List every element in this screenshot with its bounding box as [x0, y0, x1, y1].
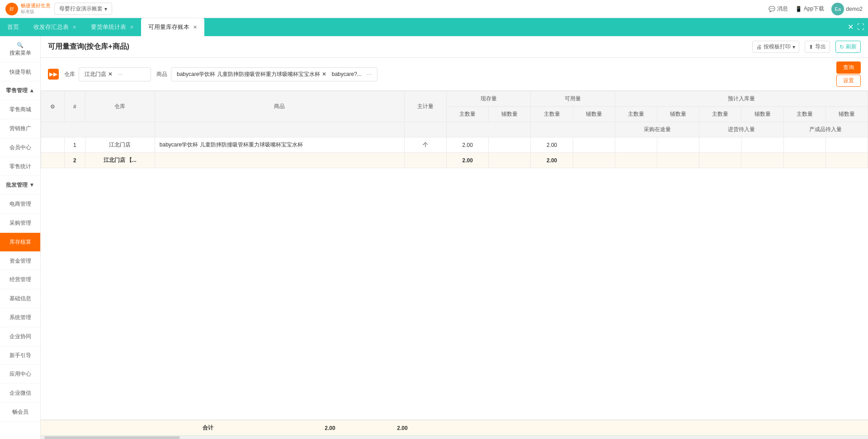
product-tag1-close[interactable]: ✕: [322, 71, 326, 77]
sidebar-item-ops-label: 经营管理: [9, 276, 31, 283]
tab-receive-summary[interactable]: 收发存汇总表 ✕: [26, 18, 84, 36]
tab-bar: 首页 收发存汇总表 ✕ 要货单统计表 ✕ 可用量库存账本 ✕ ✕ ⛶: [0, 18, 868, 36]
product-filter-group: 商品 babycare学饮杯 儿童防摔防撞吸管杯重力球吸嘴杯宝宝水杯 ✕ bab…: [156, 67, 377, 81]
export-icon: ⬆: [809, 44, 813, 50]
tab-home[interactable]: 首页: [0, 18, 26, 36]
user-action[interactable]: Ea demo2: [831, 3, 863, 15]
footer-available-main: 2.00: [384, 425, 420, 431]
sidebar-item-system-mgmt[interactable]: 系统管理: [0, 308, 40, 327]
subtotal-current-aux: [489, 153, 531, 168]
subtotal-available-main: 2.00: [531, 153, 573, 168]
warehouse-tag-close[interactable]: ✕: [108, 71, 113, 77]
chevron-icon: ▲: [29, 87, 35, 94]
cell-purchase-transit-main: [615, 137, 657, 153]
user-initials: Ea: [835, 6, 841, 12]
sidebar-item-new-guide[interactable]: 新手引导: [0, 346, 40, 365]
industry-selector[interactable]: 母婴行业演示账套 ▾: [54, 3, 112, 15]
sidebar-item-retail-store-label: 零售商城: [9, 106, 31, 113]
sidebar-item-marketing[interactable]: 营销推广: [0, 119, 40, 138]
chevron-down-icon2: ▼: [29, 181, 35, 189]
user-name: demo2: [846, 6, 863, 12]
subtotal-purchase-main: [615, 153, 657, 168]
sidebar-item-wholesale-mgmt[interactable]: 批发管理 ▼: [0, 176, 40, 195]
sidebar-item-app-center[interactable]: 应用中心: [0, 365, 40, 384]
col-available-main-header: 主数量: [531, 107, 573, 122]
col-sub-label: [41, 122, 155, 137]
sidebar-item-basic-info[interactable]: 基础信息: [0, 289, 40, 308]
filter-btn-group: 查询 设置: [836, 61, 861, 87]
sidebar-item-retail-stats[interactable]: 零售统计: [0, 157, 40, 176]
cell-current-main: 2.00: [447, 137, 489, 153]
col-available-aux-header: 辅数量: [573, 107, 615, 122]
filter-toggle-btn[interactable]: ▶▶: [48, 69, 59, 80]
col-finished-aux-header: 辅数量: [826, 107, 868, 122]
sidebar-item-purchase[interactable]: 采购管理: [0, 214, 40, 233]
warehouse-filter-input[interactable]: 江北门店 ✕ ···: [79, 67, 151, 81]
refresh-label: 刷新: [846, 43, 857, 51]
cell-finished-aux: [826, 137, 868, 153]
tab-available-stock[interactable]: 可用量库存账本 ✕: [141, 18, 204, 36]
sidebar-item-member-center[interactable]: 会员中心: [0, 138, 40, 157]
download-action[interactable]: 📱 App下载: [795, 5, 824, 13]
subtotal-gear: [41, 153, 65, 168]
main-layout: 🔍 搜索菜单 快捷导航 零售管理 ▲ 零售商城 营销推广 会员中心 零售统计 批…: [0, 36, 868, 439]
top-bar-left: 好 畅捷通好生意 标准版 母婴行业演示账套 ▾: [5, 3, 112, 15]
col-incoming-aux-header: 辅数量: [741, 107, 783, 122]
logo-text: 畅捷通好生意: [21, 3, 51, 9]
cell-incoming-main: [699, 137, 741, 153]
sidebar-quick-nav[interactable]: 快捷导航: [0, 63, 40, 82]
cell-num: 1: [65, 137, 85, 153]
sidebar-item-ecommerce[interactable]: 电商管理: [0, 195, 40, 214]
sidebar-item-ops[interactable]: 经营管理: [0, 270, 40, 289]
refresh-btn[interactable]: ↻ 刷新: [835, 41, 861, 53]
export-label: 导出: [815, 43, 826, 51]
col-gear[interactable]: ⚙: [41, 91, 65, 122]
template-print-btn[interactable]: 🖨 按模板打印 ▾: [752, 41, 799, 53]
tab-order-stats[interactable]: 要货单统计表 ✕: [84, 18, 141, 36]
message-icon: 💬: [769, 6, 775, 12]
settings-btn[interactable]: 设置: [836, 75, 861, 87]
tab-fullscreen-btn[interactable]: ⛶: [857, 24, 864, 31]
page-actions: 🖨 按模板打印 ▾ ⬆ 导出 ↻ 刷新: [752, 41, 861, 53]
tab-available-stock-close[interactable]: ✕: [193, 24, 197, 30]
sidebar-item-retail-stats-label: 零售统计: [9, 163, 31, 170]
sidebar-item-inventory-check-label: 库存核算: [9, 239, 31, 245]
cell-available-main: 2.00: [531, 137, 573, 153]
col-sub-purchase: 采购在途量: [615, 122, 699, 137]
warehouse-tag: 江北门店 ✕: [83, 70, 114, 79]
sidebar-item-retail-store[interactable]: 零售商城: [0, 100, 40, 119]
export-btn[interactable]: ⬆ 导出: [805, 41, 830, 53]
sidebar-item-basic-info-label: 基础信息: [9, 295, 31, 302]
col-incoming-main-header: 主数量: [699, 107, 741, 122]
subtotal-unit: [404, 153, 446, 168]
sidebar-item-finance[interactable]: 资金管理: [0, 252, 40, 271]
tab-order-stats-close[interactable]: ✕: [130, 24, 134, 30]
tab-receive-summary-close[interactable]: ✕: [72, 24, 76, 30]
product-filter-input[interactable]: babycare学饮杯 儿童防摔防撞吸管杯重力球吸嘴杯宝宝水杯 ✕ babyca…: [171, 67, 377, 81]
subtotal-finished-main: [783, 153, 826, 168]
footer-label: 合计: [131, 424, 285, 432]
product-tag2-value: babycare?...: [332, 71, 362, 77]
sidebar-item-inventory-check[interactable]: 库存核算: [0, 233, 40, 252]
sidebar-item-enterprise-collab[interactable]: 企业协同: [0, 327, 40, 346]
query-btn[interactable]: 查询: [836, 61, 861, 74]
col-available-header: 可用量: [531, 91, 615, 107]
top-bar-right: 💬 消息 📱 App下载 Ea demo2: [769, 3, 863, 15]
sidebar-item-member[interactable]: 畅会员: [0, 403, 40, 422]
message-action[interactable]: 💬 消息: [769, 5, 788, 13]
tab-bar-actions: ✕ ⛶: [848, 24, 868, 31]
logo-area: 好 畅捷通好生意 标准版: [5, 3, 51, 15]
product-dots: ···: [365, 71, 373, 77]
scrollbar-area[interactable]: [41, 435, 868, 439]
logo-icon: 好: [5, 3, 18, 15]
sidebar-item-new-guide-label: 新手引导: [9, 352, 31, 359]
cell-unit: 个: [404, 137, 446, 153]
sidebar-item-finance-label: 资金管理: [9, 258, 31, 264]
tab-close-all-btn[interactable]: ✕: [848, 24, 854, 31]
sidebar-item-retail-mgmt[interactable]: 零售管理 ▲: [0, 81, 40, 100]
download-icon: 📱: [795, 6, 802, 12]
sidebar-search[interactable]: 🔍 搜索菜单: [0, 36, 40, 63]
scrollbar-thumb[interactable]: [44, 436, 180, 439]
sidebar-item-enterprise-wechat[interactable]: 企业微信: [0, 384, 40, 403]
subtotal-row: 2 江北门店 【... 2.00 2.00: [41, 153, 868, 168]
